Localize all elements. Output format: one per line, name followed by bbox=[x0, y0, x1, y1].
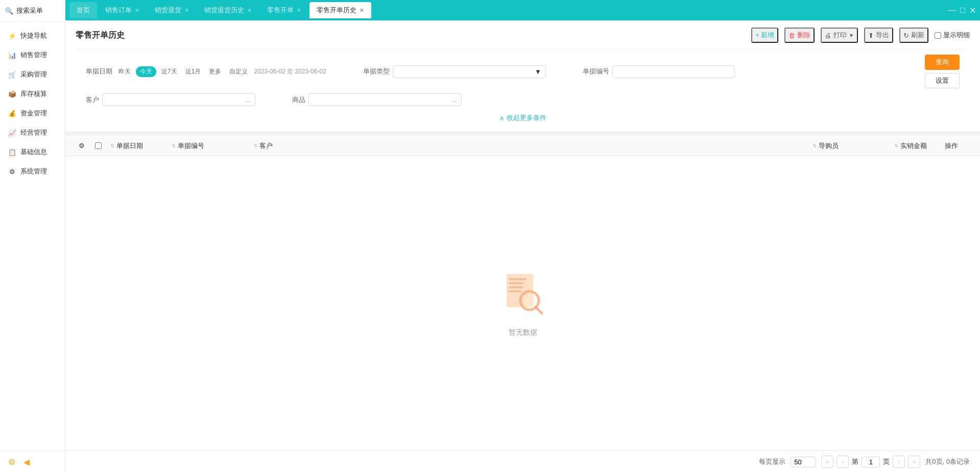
print-icon: 🖨 bbox=[825, 32, 831, 39]
col-no: ⇅ 单据编号 bbox=[168, 141, 249, 151]
export-icon: ⬆ bbox=[868, 32, 874, 39]
shortcut-1month[interactable]: 近1月 bbox=[182, 66, 204, 77]
settings-button[interactable]: 设置 bbox=[925, 73, 960, 88]
collapse-arrow-icon: ∧ bbox=[499, 114, 505, 122]
goods-input[interactable]: ... bbox=[308, 93, 462, 106]
sidebar-item-purchase-mgmt[interactable]: 🛒采购管理 bbox=[0, 65, 65, 84]
type-select[interactable]: ▼ bbox=[393, 65, 546, 78]
tab-close-sales-order[interactable]: ✕ bbox=[135, 7, 139, 14]
tab-retail-open[interactable]: 零售开单✕ bbox=[260, 2, 308, 18]
table-area: ⚙ ⇅ 单据日期 ⇅ 单据编号 ⇅ 客户 ⇅ 导购员 bbox=[65, 136, 980, 450]
page-number-input[interactable] bbox=[862, 457, 880, 467]
col-check bbox=[90, 142, 106, 149]
tab-close-retail-open-history[interactable]: ✕ bbox=[360, 7, 364, 14]
tab-label-sales-order: 销售订单 bbox=[105, 6, 132, 15]
tab-close-retail-open[interactable]: ✕ bbox=[297, 7, 301, 14]
no-input[interactable] bbox=[612, 65, 735, 78]
toolbar: + 新增 🗑 删除 🖨 打印 ▼ ⬆ 导出 ↻ bbox=[751, 28, 970, 43]
window-controls: — □ ✕ bbox=[948, 6, 976, 15]
query-button[interactable]: 查询 bbox=[925, 55, 960, 70]
minimize-btn[interactable]: — bbox=[948, 6, 956, 15]
goods-filter: 商品 ... bbox=[292, 93, 462, 106]
sort-icon-customer: ⇅ bbox=[253, 143, 257, 148]
tab-sales-return-history[interactable]: 销货退货历史✕ bbox=[197, 2, 259, 18]
sidebar-item-sys-mgmt[interactable]: ⚙系统管理 bbox=[0, 162, 65, 181]
shortcut-yesterday[interactable]: 昨天 bbox=[115, 66, 134, 77]
filter-area: 单据日期 昨天 今天 近7天 近1月 更多 自定义 2023-06-02 至 2… bbox=[76, 49, 970, 132]
sidebar-item-sales-mgmt[interactable]: 📊销售管理 bbox=[0, 45, 65, 65]
type-select-arrow: ▼ bbox=[535, 68, 541, 76]
date-shortcuts: 昨天 今天 近7天 近1月 更多 自定义 bbox=[115, 66, 251, 77]
empty-illustration bbox=[497, 269, 548, 320]
tab-retail-open-history[interactable]: 零售开单历史✕ bbox=[309, 2, 371, 18]
shortcut-7days[interactable]: 近7天 bbox=[158, 66, 180, 77]
col-settings[interactable]: ⚙ bbox=[74, 142, 90, 150]
shortcut-today[interactable]: 今天 bbox=[136, 66, 156, 77]
nav-icon-purchase-mgmt: 🛒 bbox=[8, 70, 16, 79]
first-page-btn[interactable]: « bbox=[821, 456, 833, 468]
tab-sales-return[interactable]: 销货退货✕ bbox=[148, 2, 196, 18]
collapse-icon[interactable]: ◀ bbox=[23, 457, 30, 467]
export-button[interactable]: ⬆ 导出 bbox=[864, 28, 893, 43]
sidebar-item-quick-nav[interactable]: ⚡快捷导航 bbox=[0, 26, 65, 45]
svg-rect-1 bbox=[509, 278, 527, 280]
prev-page-btn[interactable]: ‹ bbox=[836, 456, 849, 468]
col-no-label: 单据编号 bbox=[178, 141, 204, 151]
col-date-label: 单据日期 bbox=[116, 141, 143, 151]
settings-icon[interactable]: ⚙ bbox=[8, 457, 15, 467]
sidebar-search[interactable]: 🔍 搜索采单 bbox=[0, 0, 65, 22]
shortcut-custom[interactable]: 自定义 bbox=[226, 66, 251, 77]
close-btn[interactable]: ✕ bbox=[969, 6, 976, 15]
add-button[interactable]: + 新增 bbox=[751, 28, 778, 43]
col-amount-label: 实销金额 bbox=[900, 141, 927, 151]
tab-close-sales-return-history[interactable]: ✕ bbox=[247, 7, 252, 14]
total-info: 共0页, 0条记录 bbox=[925, 457, 970, 466]
tabs-bar: 首页销售订单✕销货退货✕销货退货历史✕零售开单✕零售开单历史✕ — □ ✕ bbox=[65, 0, 980, 20]
maximize-btn[interactable]: □ bbox=[960, 6, 965, 15]
sidebar-item-inventory[interactable]: 📦库存核算 bbox=[0, 84, 65, 104]
sidebar: 🔍 搜索采单 ⚡快捷导航📊销售管理🛒采购管理📦库存核算💰资金管理📈经营管理📋基础… bbox=[0, 0, 65, 473]
refresh-button[interactable]: ↻ 刷新 bbox=[899, 28, 928, 43]
col-actions-label: 操作 bbox=[945, 141, 958, 151]
nav-icon-operations: 📈 bbox=[8, 129, 16, 137]
col-actions: 操作 bbox=[931, 141, 972, 151]
page-header: 零售开单历史 + 新增 🗑 删除 🖨 打印 ▼ ⬆ 导出 bbox=[65, 20, 980, 132]
page-title-row: 零售开单历史 + 新增 🗑 删除 🖨 打印 ▼ ⬆ 导出 bbox=[76, 28, 970, 43]
per-page-select[interactable]: 50 10 20 100 bbox=[791, 457, 816, 467]
goods-label: 商品 bbox=[292, 95, 305, 105]
show-detail-checkbox[interactable]: 显示明细 bbox=[935, 31, 970, 40]
customer-filter: 客户 ... bbox=[86, 93, 255, 106]
customer-input[interactable]: ... bbox=[102, 93, 255, 106]
nav-icon-basic-info: 📋 bbox=[8, 148, 16, 156]
last-page-btn[interactable]: » bbox=[908, 456, 920, 468]
no-filter: 单据编号 bbox=[583, 65, 735, 78]
page-title: 零售开单历史 bbox=[76, 30, 125, 41]
next-page-btn[interactable]: › bbox=[893, 456, 905, 468]
collapse-more-btn[interactable]: ∧ 收起更多条件 bbox=[86, 111, 960, 127]
tab-label-retail-open-history: 零售开单历史 bbox=[317, 6, 356, 15]
date-range: 2023-06-02 至 2023-06-02 bbox=[254, 67, 326, 76]
tab-sales-order[interactable]: 销售订单✕ bbox=[98, 2, 147, 18]
filter-row-1: 单据日期 昨天 今天 近7天 近1月 更多 自定义 2023-06-02 至 2… bbox=[86, 55, 960, 88]
refresh-icon: ↻ bbox=[903, 32, 909, 39]
show-detail-input[interactable] bbox=[935, 32, 941, 39]
shortcut-more[interactable]: 更多 bbox=[206, 66, 224, 77]
tab-close-sales-return[interactable]: ✕ bbox=[184, 7, 189, 14]
sidebar-item-operations[interactable]: 📈经营管理 bbox=[0, 123, 65, 142]
tab-label-sales-return: 销货退货 bbox=[155, 6, 181, 15]
sort-icon-amount: ⇅ bbox=[894, 143, 898, 148]
nav-icon-finance: 💰 bbox=[8, 109, 16, 117]
sidebar-item-finance[interactable]: 💰资金管理 bbox=[0, 104, 65, 123]
select-all-checkbox[interactable] bbox=[95, 142, 102, 149]
content-area: 零售开单历史 + 新增 🗑 删除 🖨 打印 ▼ ⬆ 导出 bbox=[65, 20, 980, 473]
table-header: ⚙ ⇅ 单据日期 ⇅ 单据编号 ⇅ 客户 ⇅ 导购员 bbox=[65, 136, 980, 156]
tab-label-retail-open: 零售开单 bbox=[267, 6, 294, 15]
print-button[interactable]: 🖨 打印 ▼ bbox=[821, 28, 858, 43]
sidebar-item-basic-info[interactable]: 📋基础信息 bbox=[0, 142, 65, 162]
tab-home[interactable]: 首页 bbox=[69, 2, 97, 18]
delete-button[interactable]: 🗑 删除 bbox=[784, 28, 815, 43]
print-dropdown-icon: ▼ bbox=[849, 33, 854, 38]
page-nav: « ‹ 第 页 › » bbox=[821, 456, 920, 468]
tab-label-home: 首页 bbox=[77, 6, 90, 15]
empty-state: 暂无数据 bbox=[65, 156, 980, 450]
